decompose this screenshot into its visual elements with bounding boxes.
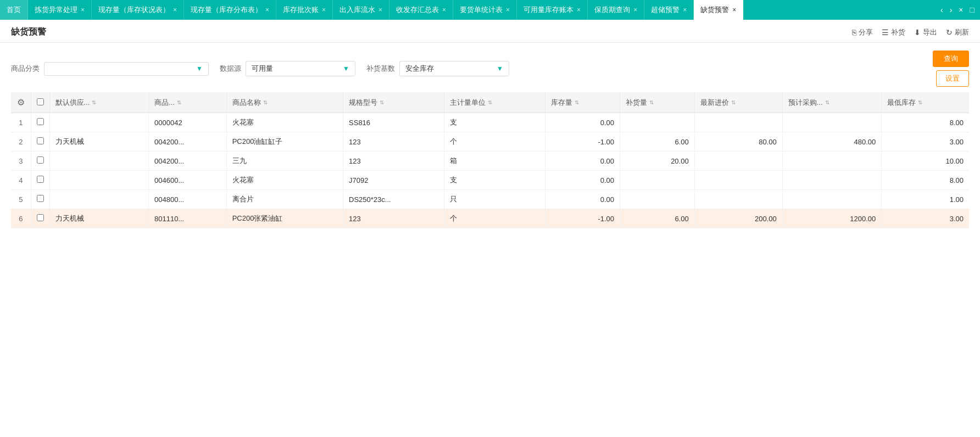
tab-close-picking-exception[interactable]: × [81,6,85,14]
row-replenish-3: 20.00 [620,152,695,171]
row-name-2: PC200油缸缸子 [226,132,343,152]
row-stock-4: 0.00 [545,171,620,190]
th-unit: 主计量单位 ⇅ [444,92,545,113]
sort-stock[interactable]: 库存量 ⇅ [551,98,614,108]
row-replenish-4 [620,171,695,190]
row-checkbox-4[interactable] [37,176,44,183]
tab-home[interactable]: 首页 [0,0,28,20]
tab-requisition-stats[interactable]: 要货单统计表 × [453,0,517,20]
category-select[interactable]: ▼ [44,62,209,76]
row-name-4: 火花塞 [226,171,343,190]
row-latest-price-1 [694,113,782,132]
tab-maximize-btn[interactable]: □ [967,4,978,15]
row-spec-3: 123 [343,152,444,171]
main-content: 缺货预警 ⎘ 分享 ☰ 补货 ⬇ 导出 ↻ 刷新 商品分类 [0,20,980,437]
tab-next-btn[interactable]: › [946,4,956,15]
sort-unit[interactable]: 主计量单位 ⇅ [450,98,540,108]
th-checkbox [31,92,49,113]
share-button[interactable]: ⎘ 分享 [852,27,873,37]
row-code-1: 0000042 [149,113,227,132]
row-unit-6: 个 [444,209,545,228]
sort-name[interactable]: 商品名称 ⇅ [232,98,337,108]
table-row: 1 0000042 火花塞 SS816 支 0.00 8.00 [11,113,969,132]
replenish-icon: ☰ [882,28,889,37]
row-code-4: 004600... [149,171,227,190]
row-checkbox-cell-5 [31,190,49,209]
row-est-purchase-4 [782,171,882,190]
table-row: 6 力天机械 801110... PC200张紧油缸 123 个 -1.00 6… [11,209,969,228]
tab-close-inout-flow[interactable]: × [378,6,382,14]
export-button[interactable]: ⬇ 导出 [914,27,937,37]
tab-close-all-btn[interactable]: × [955,4,966,15]
column-settings-icon[interactable]: ⚙ [17,97,25,108]
page-header: 缺货预警 ⎘ 分享 ☰ 补货 ⬇ 导出 ↻ 刷新 [0,20,980,43]
datasource-select[interactable]: 可用量 ▼ [246,61,355,76]
sort-latest-price[interactable]: 最新进价 ⇅ [700,98,777,108]
refresh-icon: ↻ [946,28,953,37]
settings-button[interactable]: 设置 [936,70,969,87]
tab-receipts-summary[interactable]: 收发存汇总表 × [389,0,453,20]
tab-shortage-warning[interactable]: 缺货预警 × [694,0,743,20]
row-checkbox-cell-3 [31,152,49,171]
row-replenish-1 [620,113,695,132]
row-min-stock-6: 3.00 [882,209,969,228]
row-checkbox-5[interactable] [37,195,44,202]
row-index-2: 2 [11,132,31,152]
tab-close-shortage-warning[interactable]: × [732,6,736,14]
sort-supplier[interactable]: 默认供应... ⇅ [55,98,143,108]
row-supplier-5 [49,190,149,209]
sort-icon-supplier: ⇅ [92,99,96,105]
tab-close-current-stock-status[interactable]: × [173,6,177,14]
row-checkbox-1[interactable] [37,118,44,125]
tab-close-receipts-summary[interactable]: × [442,6,446,14]
row-est-purchase-5 [782,190,882,209]
tab-close-requisition-stats[interactable]: × [506,6,510,14]
table-container: ⚙ 默认供应... ⇅ 商品... [0,92,980,239]
row-index-3: 3 [11,152,31,171]
row-min-stock-3: 10.00 [882,152,969,171]
sort-icon-latest-price: ⇅ [731,99,736,105]
tab-shelf-life[interactable]: 保质期查询 × [588,0,644,20]
sort-spec[interactable]: 规格型号 ⇅ [349,98,438,108]
sort-icon-replenish: ⇅ [649,99,654,105]
tab-available-ledger[interactable]: 可用量库存账本 × [517,0,588,20]
sort-icon-unit: ⇅ [488,99,492,105]
replenish-button[interactable]: ☰ 补货 [882,27,905,37]
replenish-base-select[interactable]: 安全库存 ▼ [399,61,509,76]
query-button[interactable]: 查询 [933,51,969,67]
tab-prev-btn[interactable]: ‹ [937,4,946,15]
row-checkbox-2[interactable] [37,137,44,144]
row-checkbox-cell-6 [31,209,49,228]
tab-current-stock-status[interactable]: 现存量（库存状况表） × [92,0,184,20]
table-row: 3 004200... 三九 123 箱 0.00 20.00 10.00 [11,152,969,171]
sort-icon-name: ⇅ [263,99,268,105]
refresh-button[interactable]: ↻ 刷新 [946,27,969,37]
tab-overstock-warning[interactable]: 超储预警 × [644,0,694,20]
sort-min-stock[interactable]: 最低库存 ⇅ [887,98,964,108]
tab-close-current-stock-dist[interactable]: × [265,6,269,14]
sort-replenish[interactable]: 补货量 ⇅ [626,98,689,108]
sort-est-purchase[interactable]: 预计采购... ⇅ [788,98,876,108]
row-checkbox-6[interactable] [37,214,44,221]
tab-close-overstock-warning[interactable]: × [683,6,687,14]
row-spec-2: 123 [343,132,444,152]
th-replenish: 补货量 ⇅ [620,92,695,113]
tab-close-available-ledger[interactable]: × [577,6,581,14]
row-supplier-2: 力天机械 [49,132,149,152]
tab-picking-exception[interactable]: 拣货异常处理 × [28,0,92,20]
row-min-stock-5: 1.00 [882,190,969,209]
row-name-5: 离合片 [226,190,343,209]
tab-inout-flow[interactable]: 出入库流水 × [333,0,389,20]
row-stock-5: 0.00 [545,190,620,209]
row-latest-price-2: 80.00 [694,132,782,152]
table-row: 4 004600... 火花塞 J7092 支 0.00 8.00 [11,171,969,190]
tab-current-stock-dist[interactable]: 现存量（库存分布表） × [184,0,276,20]
select-all-checkbox[interactable] [37,98,44,105]
tab-close-batch-account[interactable]: × [322,6,326,14]
sort-code[interactable]: 商品... ⇅ [154,98,221,108]
tab-close-shelf-life[interactable]: × [633,6,637,14]
row-checkbox-3[interactable] [37,156,44,164]
row-min-stock-1: 8.00 [882,113,969,132]
tab-batch-account[interactable]: 库存批次账 × [276,0,333,20]
row-spec-4: J7092 [343,171,444,190]
